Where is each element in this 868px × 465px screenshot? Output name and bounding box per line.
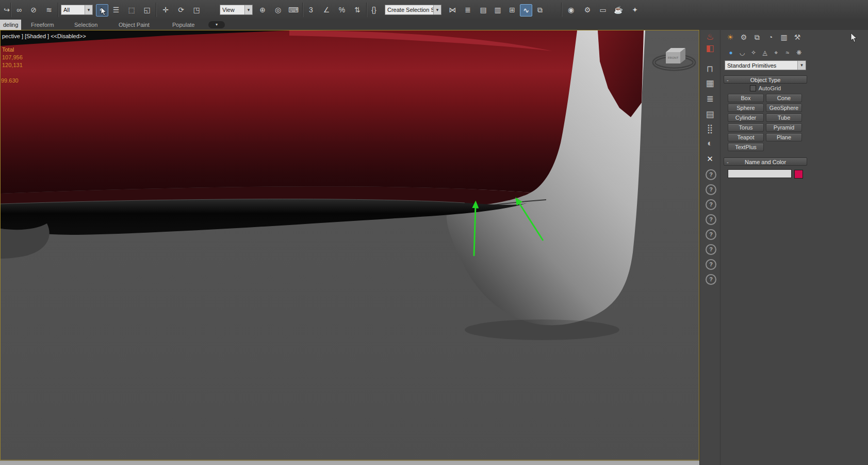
unlink-selection-icon[interactable]: ⊘	[28, 4, 39, 15]
pattern-icon[interactable]: ▤	[700, 109, 720, 120]
help-icon[interactable]: ?	[706, 259, 716, 270]
cone-button[interactable]: Cone	[766, 94, 802, 102]
keyboard-override-icon[interactable]: ⌨	[288, 4, 299, 15]
shapes-icon[interactable]: ◡	[737, 48, 747, 57]
utilities-tab-icon[interactable]: ⚒	[792, 32, 803, 42]
ribbon-tab-modeling[interactable]: deling	[0, 20, 21, 30]
layer-manager-icon[interactable]: ▥	[492, 4, 503, 15]
render-iterative-icon[interactable]: ✦	[629, 4, 641, 15]
tube-button[interactable]: Tube	[766, 114, 802, 122]
helpers-icon[interactable]: ⌖	[771, 48, 781, 57]
ribbon-tab-freeform[interactable]: Freeform	[27, 20, 58, 30]
fender-ground-shadow	[465, 319, 619, 340]
measure-icon[interactable]: ⊓	[700, 64, 720, 74]
teapot-button[interactable]: Teapot	[728, 133, 764, 141]
named-selection-set-dropdown[interactable]: Create Selection Se ▾	[385, 5, 441, 15]
checker-map-icon[interactable]: ▦	[700, 78, 720, 89]
object-name-field[interactable]	[728, 169, 792, 178]
sphere-button[interactable]: Sphere	[728, 104, 764, 112]
name-color-rollout-header[interactable]: - Name and Color	[724, 157, 807, 166]
mirror-icon[interactable]: ⋈	[447, 4, 458, 15]
percent-snap-icon[interactable]: %	[336, 4, 348, 15]
snaps-toggle-icon[interactable]: 3	[305, 4, 317, 15]
render-production-icon[interactable]: ☕	[613, 4, 624, 15]
toolbar-separator	[156, 3, 157, 17]
selection-region-icon[interactable]: ⬚	[126, 4, 137, 15]
collapse-icon: -	[727, 158, 729, 166]
select-and-scale-icon[interactable]: ◳	[191, 4, 202, 15]
modify-tab-icon[interactable]: ⚙	[738, 32, 749, 42]
geosphere-button[interactable]: GeoSphere	[766, 104, 802, 112]
viewport-label[interactable]: pective ] [Shaded ] <<Disabled>>	[2, 33, 86, 39]
object-color-swatch[interactable]	[794, 170, 803, 179]
rendered-frame-icon[interactable]: ▭	[597, 4, 609, 15]
create-tab-icon[interactable]: ☀	[725, 32, 736, 42]
angle-snap-icon[interactable]: ∠	[321, 4, 332, 15]
select-by-name-icon[interactable]: ☰	[110, 4, 122, 15]
close-icon[interactable]: ✕	[700, 154, 720, 164]
help-icon[interactable]: ?	[706, 229, 716, 240]
pyramid-button[interactable]: Pyramid	[766, 123, 802, 132]
toolbar-separator	[366, 3, 367, 17]
viewport-side-toolbar: ♨ ◧ ⊓ ▦ ≣ ▤ ⣿ ◐ ✕ ? ? ? ? ? ? ? ?	[699, 30, 720, 465]
autogrid-checkbox[interactable]	[750, 85, 756, 91]
help-icon[interactable]: ?	[706, 214, 716, 225]
select-and-rotate-icon[interactable]: ⟳	[175, 4, 187, 15]
selection-filter-dropdown[interactable]: All ▾	[61, 5, 93, 15]
chevron-down-icon: ▾	[85, 5, 92, 14]
spinner-snap-icon[interactable]: ⇅	[352, 4, 363, 15]
curve-editor-icon[interactable]: ∿	[520, 4, 532, 17]
align-icon[interactable]: ≣	[462, 4, 473, 15]
toolbar-separator	[58, 3, 59, 17]
help-icon[interactable]: ?	[706, 199, 716, 210]
ribbon-tab-object-paint[interactable]: Object Paint	[114, 20, 154, 30]
help-icon[interactable]: ?	[706, 274, 716, 285]
hierarchy-tab-icon[interactable]: ⧉	[751, 32, 763, 42]
ribbon-tab-populate[interactable]: Populate	[168, 20, 199, 30]
command-panel: ☀ ⚙ ⧉ ◔ ▥ ⚒ ● ◡ ✧ ◬ ⌖ ≈ ❋ Standard Primi…	[720, 30, 868, 465]
motion-tab-icon[interactable]: ◔	[765, 32, 776, 42]
cameras-icon[interactable]: ◬	[760, 48, 770, 57]
cylinder-button[interactable]: Cylinder	[728, 114, 764, 122]
plane-button[interactable]: Plane	[766, 133, 802, 141]
reference-coordinate-dropdown[interactable]: View ▾	[220, 5, 253, 15]
help-icon[interactable]: ?	[706, 169, 716, 180]
select-and-move-icon[interactable]: ✛	[160, 4, 171, 15]
perspective-viewport[interactable]: FRONT pective ] [Shaded ] <<Disabled>> T…	[0, 30, 699, 460]
help-icon[interactable]: ?	[706, 184, 716, 195]
paint-fill-icon[interactable]: ◧	[700, 43, 720, 54]
ribbon-tab-selection[interactable]: Selection	[70, 20, 102, 30]
select-and-link-icon[interactable]: ∞	[13, 4, 25, 15]
car-body	[1, 30, 577, 194]
3ds-max-window: ↪ ∞ ⊘ ≋ All ▾ ↖ ☰ ⬚ ◱ ✛ ⟳ ◳ View ▾ ⊕ ◎ ⌨…	[0, 0, 868, 465]
layers-icon[interactable]: ≣	[700, 94, 720, 104]
systems-icon[interactable]: ❋	[794, 48, 804, 57]
primitive-category-dropdown[interactable]: Standard Primitives ▾	[725, 60, 806, 70]
textplus-button[interactable]: TextPlus	[728, 143, 764, 151]
toolbar-separator	[302, 3, 303, 17]
array-dots-icon[interactable]: ⣿	[700, 124, 720, 134]
edit-named-selections-icon[interactable]: {}	[368, 4, 380, 15]
stats-polys-value: 107,956	[2, 54, 23, 60]
spacewarps-icon[interactable]: ≈	[782, 48, 793, 57]
bind-to-spacewarp-icon[interactable]: ≋	[43, 4, 55, 15]
object-type-rollout-header[interactable]: - Object Type	[724, 75, 807, 84]
stats-total-label: Total	[2, 46, 14, 53]
geometry-icon[interactable]: ●	[726, 48, 736, 57]
select-and-manipulate-icon[interactable]: ◎	[272, 4, 284, 15]
schematic-view-icon[interactable]: ⧉	[534, 4, 546, 15]
teapot-icon[interactable]: ♨	[700, 32, 720, 42]
window-crossing-icon[interactable]: ◱	[141, 4, 153, 15]
material-editor-icon[interactable]: ◉	[565, 4, 577, 15]
render-setup-icon[interactable]: ⚙	[582, 4, 593, 15]
scene-explorer-icon[interactable]: ▤	[478, 4, 489, 15]
lights-icon[interactable]: ✧	[748, 48, 759, 57]
help-icon[interactable]: ?	[706, 244, 716, 255]
box-button[interactable]: Box	[728, 94, 764, 102]
torus-button[interactable]: Torus	[728, 123, 764, 132]
display-tab-icon[interactable]: ▥	[778, 32, 790, 42]
ribbon-config-dropdown[interactable]: ▾	[208, 21, 225, 28]
use-pivot-center-icon[interactable]: ⊕	[257, 4, 268, 15]
ribbon-toggle-icon[interactable]: ⊞	[506, 4, 518, 15]
sphere-shade-icon[interactable]: ◐	[700, 138, 720, 149]
